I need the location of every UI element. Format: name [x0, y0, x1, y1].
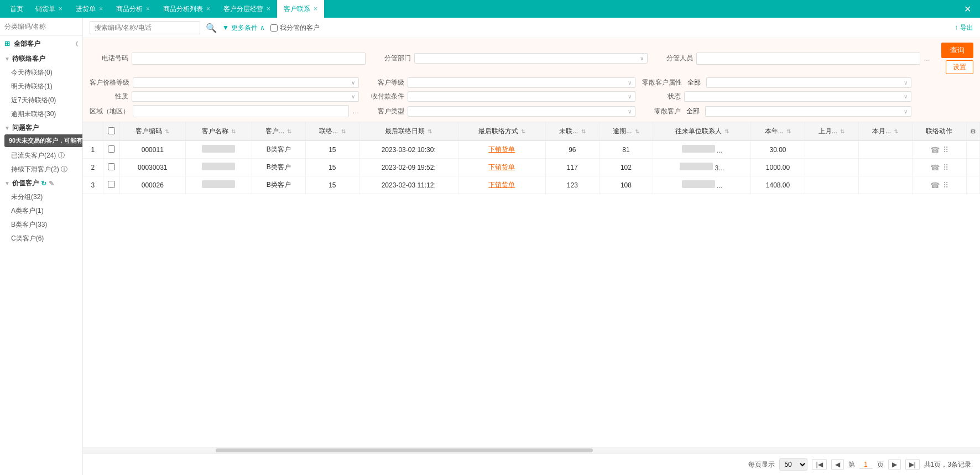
nav-product-analysis[interactable]: 商品分析 ×	[110, 0, 157, 18]
sidebar-item-class-c[interactable]: C类客户(6)	[0, 232, 82, 246]
region-input[interactable]	[133, 105, 349, 117]
more-conditions-button[interactable]: ▼ 更多条件 ∧	[222, 23, 265, 33]
scatter-attr-select[interactable]: ∨	[706, 77, 911, 88]
col-this-month[interactable]: 本月... ⇅	[858, 122, 912, 141]
more-action-icon-3[interactable]: ⠿	[943, 181, 948, 190]
more-conditions-label: 更多条件	[231, 23, 258, 33]
col-uncontacted[interactable]: 未联... ⇅	[545, 122, 599, 141]
sidebar-item-today[interactable]: 今天待联络(0)	[0, 66, 82, 80]
next-page-button[interactable]: ▶	[888, 459, 901, 470]
scatter-select[interactable]: ∨	[705, 106, 911, 117]
row-checkbox-2[interactable]	[108, 163, 115, 170]
col-contact-person[interactable]: 往来单位联系人 ⇅	[653, 122, 751, 141]
action-icons-2: ☎ ⠿	[916, 163, 963, 172]
all-customers-header[interactable]: ⊞ 全部客户 《	[0, 36, 82, 52]
close-product-analysis-icon[interactable]: ×	[146, 5, 150, 13]
cell-method-2[interactable]: 下销货单	[458, 159, 545, 176]
select-all-checkbox[interactable]	[108, 127, 115, 134]
close-sales-icon[interactable]: ×	[59, 5, 62, 13]
col-last-month[interactable]: 上月... ⇅	[805, 122, 858, 141]
sidebar-item-churned[interactable]: 已流失客户(24) ⓘ	[0, 149, 82, 163]
cell-lmonth-3	[805, 176, 858, 194]
row-checkbox-3[interactable]	[108, 181, 115, 188]
sidebar-item-ungroup[interactable]: 未分组(32)	[0, 190, 82, 204]
col-this-year[interactable]: 本年... ⇅	[751, 122, 805, 141]
col-name[interactable]: 客户名称 ⇅	[186, 122, 252, 141]
sidebar-item-tomorrow[interactable]: 明天待联络(1)	[0, 80, 82, 93]
table-settings-icon[interactable]: ⚙	[970, 128, 976, 135]
method-link-3[interactable]: 下销货单	[488, 181, 515, 189]
region-dots-icon[interactable]: …	[352, 107, 359, 115]
page-input[interactable]	[859, 461, 873, 469]
sidebar-item-overdue[interactable]: 逾期未联络(30)	[0, 107, 82, 121]
nav-customer-tier[interactable]: 客户分层经营 ×	[217, 0, 277, 18]
nature-select[interactable]: ∨	[132, 91, 359, 102]
my-customers-checkbox[interactable]	[270, 24, 278, 32]
nav-sales[interactable]: 销货单 ×	[29, 0, 69, 18]
more-action-icon-2[interactable]: ⠿	[943, 163, 948, 172]
col-type[interactable]: 客户... ⇅	[252, 122, 305, 141]
close-all-button[interactable]: ✕	[960, 4, 976, 14]
close-customer-contact-icon[interactable]: ×	[314, 5, 317, 13]
col-last-method[interactable]: 最后联络方式 ⇅	[458, 122, 545, 141]
close-product-list-icon[interactable]: ×	[206, 5, 210, 13]
contact-action-icon-1[interactable]: ☎	[930, 145, 940, 154]
row-checkbox-1[interactable]	[108, 145, 115, 153]
page-label-end: 页	[877, 460, 884, 469]
pending-section-header[interactable]: ▼ 待联络客户	[0, 52, 82, 66]
col-overdue[interactable]: 逾期... ⇅	[599, 122, 653, 141]
sidebar-item-declining[interactable]: 持续下滑客户(2) ⓘ	[0, 163, 82, 176]
cell-checkbox-2[interactable]	[103, 159, 119, 176]
scatter-label: 零散客户	[642, 107, 681, 116]
contact-action-icon-3[interactable]: ☎	[930, 181, 940, 190]
manager-dots-icon[interactable]: …	[924, 55, 930, 62]
sidebar-item-class-b[interactable]: B类客户(33)	[0, 218, 82, 232]
scatter-attr-prefix: 全部	[687, 78, 701, 87]
method-link-2[interactable]: 下销货单	[488, 163, 515, 171]
settings-button[interactable]: 设置	[946, 60, 973, 74]
method-link-1[interactable]: 下销货单	[488, 145, 515, 153]
customer-tier-select[interactable]: ∨	[408, 77, 635, 88]
nav-customer-contact[interactable]: 客户联系 ×	[277, 0, 324, 18]
more-action-icon-1[interactable]: ⠿	[943, 145, 948, 154]
value-section-header[interactable]: ▼ 价值客户 ↻ ✎	[0, 176, 82, 190]
price-tier-select[interactable]: ∨	[133, 77, 359, 88]
value-edit-icon[interactable]: ✎	[49, 180, 54, 187]
scrollbar-thumb[interactable]	[216, 448, 593, 452]
sidebar-search-input[interactable]	[4, 23, 83, 30]
per-page-select[interactable]: 50 100 200	[779, 458, 807, 471]
close-purchase-icon[interactable]: ×	[99, 5, 103, 13]
prev-page-button[interactable]: ◀	[831, 459, 844, 470]
problem-section-header[interactable]: ▼ 问题客户 90天未交易的客户，可能有流失风险。	[0, 121, 82, 135]
customer-type-select[interactable]: ∨	[408, 106, 635, 117]
value-refresh-icon[interactable]: ↻	[41, 180, 46, 187]
col-code[interactable]: 客户编码 ⇅	[119, 122, 186, 141]
sidebar-item-class-a[interactable]: A类客户(1)	[0, 204, 82, 218]
cell-method-1[interactable]: 下销货单	[458, 141, 545, 159]
first-page-button[interactable]: |◀	[812, 459, 826, 470]
dept-select[interactable]: ∨	[414, 53, 648, 64]
horizontal-scrollbar[interactable]	[83, 447, 980, 453]
col-settings-header[interactable]: ⚙	[967, 122, 980, 141]
col-last-date[interactable]: 最后联络日期 ⇅	[359, 122, 458, 141]
col-contact[interactable]: 联络... ⇅	[305, 122, 359, 141]
nav-purchase[interactable]: 进货单 ×	[69, 0, 110, 18]
query-button[interactable]: 查询	[941, 43, 973, 58]
cell-checkbox-1[interactable]	[103, 141, 119, 159]
cell-overdue-1: 81	[599, 141, 653, 159]
nav-home[interactable]: 首页	[4, 0, 29, 18]
payment-select[interactable]: ∨	[408, 91, 635, 102]
cell-checkbox-3[interactable]	[103, 176, 119, 194]
close-customer-tier-icon[interactable]: ×	[267, 5, 270, 13]
nav-product-list[interactable]: 商品分析列表 ×	[157, 0, 217, 18]
contact-action-icon-2[interactable]: ☎	[930, 163, 940, 172]
search-input[interactable]	[90, 21, 200, 34]
export-button[interactable]: ↑ 导出	[955, 23, 973, 33]
cell-method-3[interactable]: 下销货单	[458, 176, 545, 194]
sidebar-item-7days[interactable]: 近7天待联络(0)	[0, 93, 82, 107]
phone-input[interactable]	[132, 53, 366, 65]
status-select[interactable]: ∨	[684, 91, 911, 102]
manager-input[interactable]	[696, 53, 920, 65]
last-page-button[interactable]: ▶|	[905, 459, 920, 470]
cell-year-1: 30.00	[751, 141, 805, 159]
